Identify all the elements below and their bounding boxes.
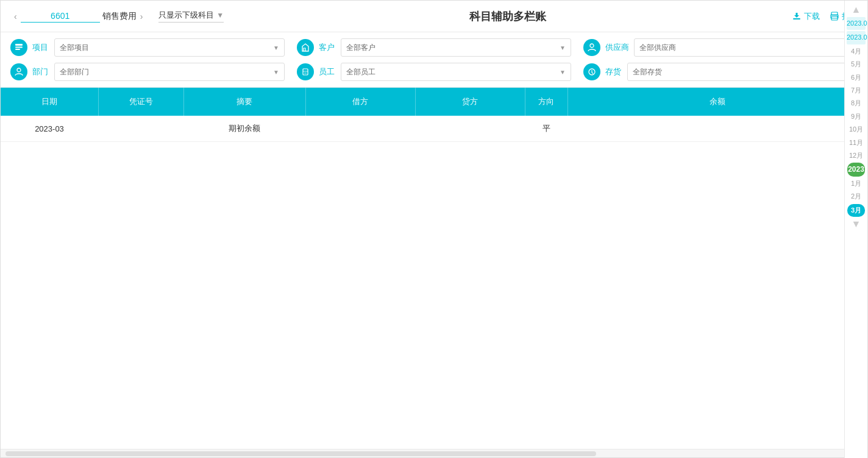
- cell-voucher: [98, 116, 183, 142]
- customer-label: 客户: [319, 42, 336, 53]
- svg-point-4: [837, 16, 838, 17]
- svg-rect-6: [15, 47, 23, 48]
- nav-next-arrow[interactable]: ›: [137, 10, 147, 23]
- timeline-item-9[interactable]: 9月: [845, 110, 867, 123]
- page-title: 科目辅助多栏账: [224, 9, 792, 24]
- timeline-item-2[interactable]: 2月: [845, 190, 867, 203]
- project-icon: [10, 39, 27, 56]
- show-sub-accounts-label: 只显示下级科目: [158, 10, 214, 21]
- department-dropdown-icon: ▼: [273, 69, 279, 76]
- employee-icon: [297, 63, 314, 80]
- account-code-input[interactable]: [21, 10, 100, 23]
- timeline-year-badge[interactable]: 2023: [847, 163, 865, 177]
- inventory-select-value: 全部存货: [633, 67, 662, 77]
- employee-dropdown-icon: ▼: [560, 69, 566, 76]
- department-icon: [10, 63, 27, 80]
- timeline-nav-up[interactable]: ▲: [852, 3, 861, 16]
- timeline-item-5[interactable]: 5月: [845, 58, 867, 71]
- project-select-value: 全部项目: [60, 43, 89, 53]
- timeline-item-10[interactable]: 10月: [845, 123, 867, 136]
- main-area: 日期 凭证号 摘要 借方 贷方 方向 余额 2023-03 期初余额: [1, 88, 867, 458]
- timeline-item-12[interactable]: 12月: [845, 149, 867, 162]
- department-select-value: 全部部门: [60, 67, 89, 77]
- employee-select[interactable]: 全部员工 ▼: [341, 63, 571, 81]
- header: ‹ 销售费用 › 只显示下级科目 ▼ 科目辅助多栏账 下载: [1, 1, 867, 32]
- print-icon: [830, 12, 839, 21]
- cell-date: 2023-03: [1, 116, 98, 142]
- account-code-group: 销售费用: [21, 10, 137, 23]
- timeline-item-2023-03-b[interactable]: 2023.03: [847, 31, 866, 44]
- timeline-item-2023-03-top[interactable]: 2023.03: [847, 17, 866, 30]
- scrollbar-thumb: [5, 451, 596, 456]
- timeline-sidebar: ▲ 2023.03 2023.03 4月 5月 6月 7月 8月 9月 10月 …: [844, 1, 867, 458]
- customer-icon: [297, 39, 314, 56]
- timeline-item-11[interactable]: 11月: [845, 136, 867, 149]
- supplier-select[interactable]: 全部供应商 ▼: [634, 38, 858, 57]
- customer-select-value: 全部客户: [346, 43, 375, 53]
- supplier-label: 供应商: [605, 42, 629, 53]
- svg-rect-10: [303, 69, 308, 75]
- inventory-label: 存货: [605, 66, 622, 77]
- col-summary: 摘要: [183, 88, 305, 116]
- account-name-label: 销售费用: [102, 11, 137, 22]
- customer-select[interactable]: 全部客户 ▼: [341, 38, 571, 57]
- col-debit: 借方: [305, 88, 415, 116]
- col-date: 日期: [1, 88, 98, 116]
- inventory-icon: [583, 63, 600, 80]
- svg-rect-5: [15, 44, 23, 46]
- supplier-icon: [583, 39, 600, 56]
- col-balance: 余额: [567, 88, 867, 116]
- timeline-item-4[interactable]: 4月: [845, 45, 867, 58]
- timeline-item-1[interactable]: 1月: [845, 177, 867, 190]
- col-credit: 贷方: [415, 88, 525, 116]
- table-area: 日期 凭证号 摘要 借方 贷方 方向 余额 2023-03 期初余额: [1, 88, 867, 458]
- table-row: 2023-03 期初余额 平: [1, 116, 867, 142]
- app-container: ‹ 销售费用 › 只显示下级科目 ▼ 科目辅助多栏账 下载: [0, 0, 868, 458]
- svg-rect-0: [793, 18, 800, 19]
- dropdown-arrow-icon: ▼: [216, 11, 224, 19]
- svg-point-8: [590, 44, 594, 48]
- timeline-nav-down[interactable]: ▼: [852, 217, 861, 231]
- nav-prev-arrow[interactable]: ‹: [10, 10, 21, 23]
- department-select[interactable]: 全部部门 ▼: [54, 63, 285, 81]
- customer-dropdown-icon: ▼: [560, 44, 566, 51]
- svg-rect-7: [15, 49, 20, 50]
- timeline-item-8[interactable]: 8月: [845, 97, 867, 110]
- inventory-select[interactable]: 全部存货 ▼: [627, 63, 858, 81]
- filter-department: 部门 全部部门 ▼: [10, 63, 285, 81]
- timeline-item-6[interactable]: 6月: [845, 71, 867, 84]
- project-label: 项目: [32, 42, 49, 53]
- download-label: 下载: [804, 11, 820, 22]
- cell-balance: [567, 116, 867, 142]
- cell-direction: 平: [525, 116, 567, 142]
- filter-project: 项目 全部项目 ▼: [10, 38, 285, 57]
- project-select[interactable]: 全部项目 ▼: [54, 38, 285, 57]
- filters-panel: 项目 全部项目 ▼ 客户 全部客户 ▼: [1, 32, 867, 88]
- employee-label: 员工: [319, 66, 336, 77]
- horizontal-scrollbar[interactable]: [1, 449, 844, 457]
- timeline-item-7[interactable]: 7月: [845, 84, 867, 97]
- cell-summary: 期初余额: [183, 116, 305, 142]
- filter-inventory: 存货 全部存货 ▼: [583, 63, 858, 81]
- ledger-table: 日期 凭证号 摘要 借方 贷方 方向 余额 2023-03 期初余额: [1, 88, 867, 142]
- col-direction: 方向: [525, 88, 567, 116]
- timeline-item-3-active[interactable]: 3月: [847, 204, 865, 217]
- cell-credit: [415, 116, 525, 142]
- svg-point-9: [17, 68, 21, 72]
- filter-supplier: 供应商 全部供应商 ▼: [583, 38, 858, 57]
- supplier-select-value: 全部供应商: [639, 43, 676, 53]
- download-icon: [792, 12, 802, 21]
- project-dropdown-icon: ▼: [273, 44, 279, 51]
- employee-select-value: 全部员工: [346, 67, 375, 77]
- show-sub-accounts-btn[interactable]: 只显示下级科目 ▼: [158, 10, 224, 23]
- department-label: 部门: [32, 66, 49, 77]
- filter-customer: 客户 全部客户 ▼: [297, 38, 571, 57]
- filter-employee: 员工 全部员工 ▼: [297, 63, 571, 81]
- col-voucher: 凭证号: [98, 88, 183, 116]
- cell-debit: [305, 116, 415, 142]
- download-button[interactable]: 下载: [792, 11, 820, 22]
